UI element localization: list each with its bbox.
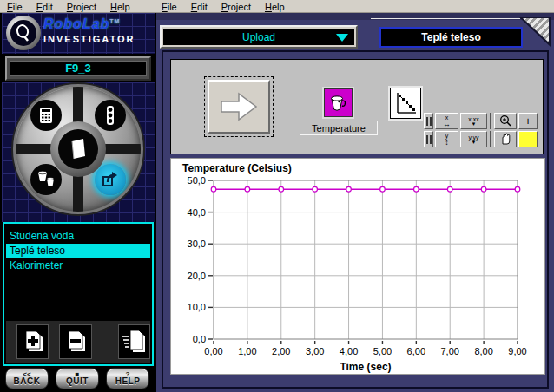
page-fold-corner-icon: [523, 18, 549, 42]
palette-separator: [490, 131, 491, 147]
chart-panel: 0,010,020,030,040,050,00,001,002,003,004…: [170, 158, 545, 375]
program-name-display: F9_3: [10, 61, 147, 76]
journal-icon: [67, 137, 89, 161]
calculator-icon: [37, 106, 55, 125]
svg-text:50,0: 50,0: [188, 175, 206, 186]
svg-text:9,00: 9,00: [508, 346, 526, 356]
bottom-nav-strip: << BACK ■ QUIT ? HELP: [0, 366, 156, 392]
add-page-icon: [22, 329, 44, 355]
brand-subtitle: INVESTIGATOR: [43, 34, 153, 44]
y-arrows-icon: ↕: [445, 139, 449, 146]
upload-arrow-icon: [101, 170, 120, 189]
menu-help[interactable]: Help: [110, 2, 130, 12]
menu-project[interactable]: Project: [221, 2, 251, 12]
svg-text:0,0: 0,0: [193, 334, 206, 344]
remove-page-button[interactable]: [59, 324, 91, 359]
magnifier-zoom-icon: [498, 114, 512, 128]
cursor-tool-button[interactable]: +: [518, 113, 538, 129]
svg-text:Temperature (Celsius): Temperature (Celsius): [182, 162, 292, 174]
svg-text:1,00: 1,00: [238, 346, 256, 356]
svg-text:7,00: 7,00: [441, 346, 459, 356]
svg-text:Time (sec): Time (sec): [340, 361, 391, 373]
pan-tool-button[interactable]: [494, 131, 517, 147]
sensor-name-label: Temperature: [300, 121, 378, 135]
help-button[interactable]: ? HELP: [106, 368, 149, 389]
workspace-panel: Upload Teplé teleso: [156, 13, 554, 392]
menu-project[interactable]: Project: [67, 2, 96, 12]
temperature-sensor-button[interactable]: [324, 88, 353, 117]
zoom-tool-button[interactable]: [494, 113, 517, 129]
list-item[interactable]: Kalorimeter: [6, 258, 150, 273]
svg-text:6,00: 6,00: [407, 346, 425, 356]
svg-text:5,00: 5,00: [373, 346, 392, 356]
tab-strip-highlight: [371, 18, 520, 19]
y-scale-lock-button[interactable]: [424, 131, 433, 147]
menu-edit[interactable]: Edit: [36, 2, 53, 12]
menu-group-left: FileEditProjectHelp: [7, 0, 130, 13]
containers-wheel-button[interactable]: [30, 164, 62, 195]
robolab-investigator-window: FileEditProjectHelp FileEditProjectHelp …: [0, 0, 554, 392]
palette-separator: [490, 113, 491, 129]
x-format-button[interactable]: x.xx ▼: [460, 113, 487, 129]
lock-bars-icon: [426, 135, 432, 144]
svg-text:30,0: 30,0: [188, 238, 206, 249]
temperature-bucket-icon: [327, 92, 350, 114]
graph-view-button[interactable]: [390, 88, 421, 119]
plot-color-swatch[interactable]: [518, 131, 538, 147]
navigator-panel: RoboLabTM INVESTIGATOR F9_3: [0, 13, 156, 392]
mode-dropdown-value: Upload: [242, 31, 275, 43]
compute-wheel-button[interactable]: [30, 100, 62, 131]
lock-bars-icon: [426, 117, 432, 126]
menu-bar: FileEditProjectHelp FileEditProjectHelp: [0, 0, 554, 13]
menu-file[interactable]: File: [162, 2, 177, 12]
quit-button[interactable]: ■ QUIT: [56, 368, 99, 389]
list-item[interactable]: Teplé teleso: [6, 244, 150, 258]
graph-palette: x ↔ y ↕ x.xx ▼ y.yy ▼: [424, 113, 538, 147]
magnifier-logo-icon: [14, 23, 33, 42]
tab-teple-teleso[interactable]: Teplé teleso: [379, 27, 523, 48]
program-display-frame: F9_3: [5, 56, 151, 81]
page-button-strip: [6, 321, 150, 363]
list-item[interactable]: Studená voda: [6, 229, 150, 244]
caret-down-icon: ▼: [472, 122, 477, 126]
journal-hub-button[interactable]: [50, 121, 106, 177]
view-pages-button[interactable]: [118, 324, 150, 359]
right-arrow-icon: [220, 91, 258, 122]
svg-text:40,0: 40,0: [188, 207, 206, 218]
upload-toolbar: Temperature x: [170, 59, 544, 154]
selection-marquee: [204, 76, 274, 137]
sensors-wheel-button[interactable]: [95, 100, 126, 131]
temperature-chart: 0,010,020,030,040,050,00,001,002,003,004…: [171, 159, 544, 374]
menu-edit[interactable]: Edit: [191, 2, 208, 12]
logo-block: RoboLabTM INVESTIGATOR: [2, 13, 155, 55]
graph-plot-icon: [392, 90, 419, 116]
menu-help[interactable]: Help: [265, 2, 285, 12]
svg-text:0,00: 0,00: [204, 346, 222, 356]
containers-icon: [36, 170, 56, 189]
svg-text:20,0: 20,0: [188, 271, 206, 281]
x-arrows-icon: ↔: [443, 121, 451, 127]
x-autoscale-button[interactable]: x ↔: [435, 113, 458, 129]
sensor-tower-icon: [103, 105, 117, 126]
logo-texts: RoboLabTM INVESTIGATOR: [43, 16, 153, 44]
experiment-list-box: Studená vodaTeplé telesoKalorimeter: [3, 222, 154, 366]
wheel-area: [2, 82, 155, 222]
add-page-button[interactable]: [16, 324, 49, 359]
dropdown-arrow-icon: [336, 34, 348, 42]
back-button[interactable]: << BACK: [5, 368, 49, 389]
svg-text:2,00: 2,00: [272, 346, 290, 356]
menu-file[interactable]: File: [7, 2, 23, 12]
y-autoscale-button[interactable]: y ↕: [435, 131, 458, 147]
upload-run-button[interactable]: [208, 80, 270, 134]
pages-stack-icon: [121, 328, 147, 356]
sensor-list: Studená vodaTeplé telesoKalorimeter: [6, 229, 150, 273]
upload-wheel-button-selected[interactable]: [95, 164, 126, 195]
y-format-button[interactable]: y.yy ▼: [460, 131, 487, 147]
menu-group-right: FileEditProjectHelp: [162, 0, 285, 13]
x-scale-lock-button[interactable]: [424, 113, 433, 129]
navigation-wheel: [13, 84, 143, 214]
mode-dropdown[interactable]: Upload: [160, 25, 358, 49]
svg-text:3,00: 3,00: [306, 346, 324, 356]
svg-text:8,00: 8,00: [474, 346, 492, 356]
svg-text:4,00: 4,00: [340, 346, 358, 356]
